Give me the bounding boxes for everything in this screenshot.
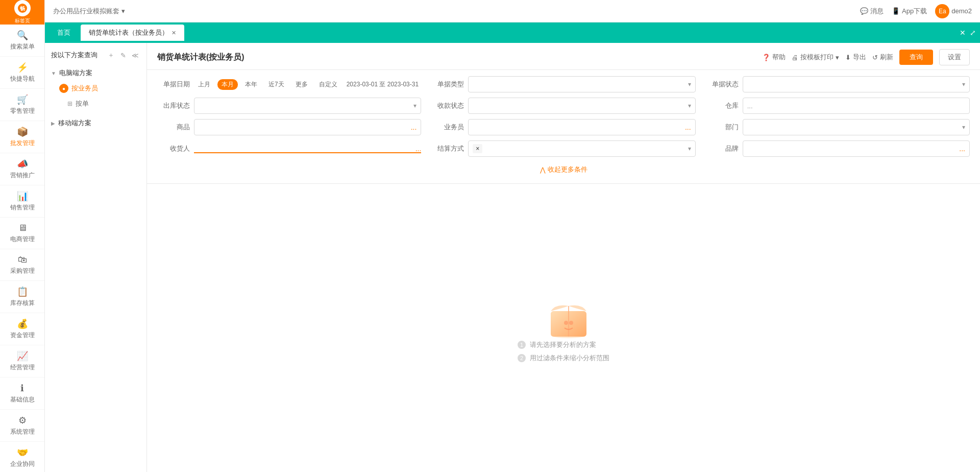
handshake-icon: 🤝 <box>17 447 28 458</box>
salesperson-selector[interactable]: ... <box>468 119 695 135</box>
doc-status-selector[interactable]: ▾ <box>743 76 970 92</box>
content-area: 按以下方案查询 ＋ ✎ ≪ ▼ 电脑端方案 ● 按业务员 ⊞ 按 <box>45 43 980 472</box>
user-profile[interactable]: Ea demo2 <box>935 4 972 18</box>
filter-product: 商品 ... <box>157 119 421 135</box>
left-panel-action-buttons: ＋ ✎ ≪ <box>106 50 140 60</box>
receipt-status-selector[interactable]: ▾ <box>468 98 695 114</box>
collapse-filter-button[interactable]: ⋀ 收起更多条件 <box>157 162 970 177</box>
filter-row-3: 商品 ... 业务员 ... <box>157 119 970 135</box>
help-icon: ❓ <box>762 54 770 61</box>
collapse-up-icon: ⋀ <box>540 166 546 174</box>
svg-point-6 <box>564 321 568 325</box>
empty-hint-1: 1 请先选择要分析的方案 <box>518 340 609 349</box>
active-scheme-icon: ● <box>59 84 68 93</box>
tree-sub-child-by-order[interactable]: ⊞ 按单 <box>45 96 146 111</box>
product-selector[interactable]: ... <box>194 119 421 135</box>
edit-scheme-button[interactable]: ✎ <box>118 50 128 60</box>
gear-icon: ⚙ <box>18 415 27 426</box>
tab-home[interactable]: 首页 <box>49 25 79 41</box>
payment-method-tag-close[interactable]: × <box>476 145 479 152</box>
empty-hints: 1 请先选择要分析的方案 2 用过滤条件来缩小分析范围 <box>518 340 609 363</box>
left-panel: 按以下方案查询 ＋ ✎ ≪ ▼ 电脑端方案 ● 按业务员 ⊞ 按 <box>45 43 147 472</box>
app-download-button[interactable]: 📱 App下载 <box>892 7 927 16</box>
sidebar-item-purchase[interactable]: 🛍 采购管理 <box>0 249 45 281</box>
date-tab-7days[interactable]: 近7天 <box>264 79 288 90</box>
topbar-left: 办公用品行业模拟账套 ▾ <box>53 7 125 16</box>
sidebar-item-system[interactable]: ⚙ 系统管理 <box>0 410 45 442</box>
brand-selector[interactable]: ... <box>743 140 970 157</box>
sidebar-item-marketing[interactable]: 📣 营销推广 <box>0 153 45 185</box>
doc-type-selector[interactable]: ▾ <box>468 76 695 92</box>
salesperson-more-icon[interactable]: ... <box>685 123 691 131</box>
payment-method-label: 结算方式 <box>431 144 468 153</box>
filter-date: 单据日期 上月 本月 本年 近7天 更多 自定义 2023-03-01 至 20… <box>157 79 421 90</box>
payment-method-selector[interactable]: × ▾ <box>468 140 695 157</box>
sidebar-item-wholesale[interactable]: 📦 批发管理 <box>0 121 45 153</box>
settings-button[interactable]: 设置 <box>939 49 970 65</box>
product-more-icon[interactable]: ... <box>411 123 417 131</box>
sidebar-item-search[interactable]: 🔍 搜索菜单 <box>0 25 45 57</box>
mobile-scheme-group: ▶ 移动端方案 <box>45 113 146 133</box>
left-panel-header: 按以下方案查询 ＋ ✎ ≪ <box>45 47 146 63</box>
sidebar-item-ecommerce[interactable]: 🖥 电商管理 <box>0 218 45 249</box>
message-button[interactable]: 💬 消息 <box>860 7 884 16</box>
close-window-button[interactable]: ✕ <box>960 29 966 37</box>
help-button[interactable]: ❓ 帮助 <box>762 53 786 62</box>
add-scheme-button[interactable]: ＋ <box>106 50 116 60</box>
date-filter: 上月 本月 本年 近7天 更多 自定义 2023-03-01 至 2023-03… <box>194 79 419 90</box>
topbar: 办公用品行业模拟账套 ▾ 💬 消息 📱 App下载 Ea demo2 <box>45 0 980 22</box>
sidebar-item-sales[interactable]: 📊 销售管理 <box>0 185 45 218</box>
brand-more-icon[interactable]: ... <box>959 145 965 153</box>
date-tab-more[interactable]: 更多 <box>291 79 312 90</box>
sidebar-item-operations[interactable]: 📈 经营管理 <box>0 345 45 377</box>
desktop-scheme-parent[interactable]: ▼ 电脑端方案 <box>45 65 146 81</box>
empty-state: 1 请先选择要分析的方案 2 用过滤条件来缩小分析范围 <box>518 293 609 363</box>
receipt-status-dropdown-icon: ▾ <box>688 102 691 109</box>
print-button[interactable]: 🖨 按模板打印 ▾ <box>792 53 839 62</box>
filter-warehouse: 仓库 ... <box>706 98 970 114</box>
out-status-selector[interactable]: ▾ <box>194 98 421 114</box>
receiver-more-icon[interactable]: ... <box>415 145 422 153</box>
export-button[interactable]: ⬇ 导出 <box>845 53 866 62</box>
data-area: 1 请先选择要分析的方案 2 用过滤条件来缩小分析范围 <box>147 184 980 472</box>
date-range-display: 2023-03-01 至 2023-03-31 <box>347 80 419 89</box>
sidebar-item-quick-nav[interactable]: ⚡ 快捷导航 <box>0 57 45 89</box>
sidebar-item-enterprise[interactable]: 🤝 企业协同 <box>0 442 45 472</box>
receiver-input[interactable] <box>194 145 421 153</box>
date-tab-this-year[interactable]: 本年 <box>241 79 261 90</box>
filter-payment-method: 结算方式 × ▾ <box>431 140 695 157</box>
query-button[interactable]: 查询 <box>899 50 933 65</box>
salesperson-scheme-label: 按业务员 <box>71 84 98 93</box>
out-status-dropdown-icon: ▾ <box>413 102 416 109</box>
sidebar: 畅 标签页 🔍 搜索菜单 ⚡ 快捷导航 🛒 零售管理 📦 批发管理 📣 营销推广… <box>0 0 45 472</box>
tab-close-icon[interactable]: ✕ <box>172 30 176 36</box>
date-tab-this-month[interactable]: 本月 <box>217 79 238 90</box>
clipboard-icon: 📋 <box>17 286 28 297</box>
mobile-scheme-parent[interactable]: ▶ 移动端方案 <box>45 115 146 131</box>
out-status-label: 出库状态 <box>157 101 194 110</box>
right-panel: 销货单统计表(按业务员) ❓ 帮助 🖨 按模板打印 ▾ ⬇ 导出 <box>147 43 980 472</box>
collapse-panel-button[interactable]: ≪ <box>130 50 140 60</box>
refresh-button[interactable]: ↺ 刷新 <box>872 53 893 62</box>
page-title: 销货单统计表(按业务员) <box>157 52 244 63</box>
sidebar-item-finance[interactable]: 💰 资金管理 <box>0 313 45 345</box>
sidebar-logo[interactable]: 畅 标签页 <box>0 0 45 25</box>
filter-row-2: 出库状态 ▾ 收款状态 ▾ <box>157 98 970 114</box>
warehouse-selector[interactable]: ... <box>743 98 970 114</box>
main-area: 办公用品行业模拟账套 ▾ 💬 消息 📱 App下载 Ea demo2 首页 销货… <box>45 0 980 472</box>
department-label: 部门 <box>706 123 743 132</box>
tab-sales-stat[interactable]: 销货单统计表（按业务员） ✕ <box>81 25 184 41</box>
order-scheme-label: 按单 <box>76 99 89 108</box>
sidebar-item-retail[interactable]: 🛒 零售管理 <box>0 89 45 121</box>
warehouse-value: ... <box>747 102 965 110</box>
tree-child-by-salesperson[interactable]: ● 按业务员 <box>45 81 146 96</box>
industry-selector[interactable]: 办公用品行业模拟账套 ▾ <box>53 7 125 16</box>
sidebar-item-inventory[interactable]: 📋 库存核算 <box>0 281 45 313</box>
department-dropdown-icon: ▾ <box>962 124 965 131</box>
print-dropdown-icon: ▾ <box>836 54 839 61</box>
sidebar-item-basic[interactable]: ℹ 基础信息 <box>0 377 45 410</box>
date-tab-custom[interactable]: 自定义 <box>315 79 341 90</box>
expand-window-button[interactable]: ⤢ <box>970 29 976 37</box>
date-tab-last-month[interactable]: 上月 <box>194 79 214 90</box>
department-selector[interactable]: ▾ <box>743 119 970 135</box>
